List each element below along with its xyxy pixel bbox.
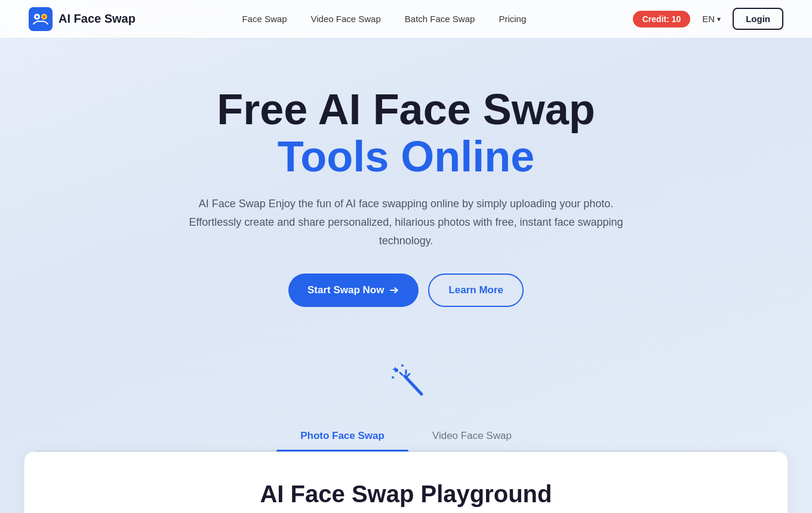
nav-pricing[interactable]: Pricing [489,9,536,29]
chevron-down-icon: ▾ [717,15,721,23]
hero-description: AI Face Swap Enjoy the fun of AI face sw… [179,195,633,250]
tab-video-face-swap[interactable]: Video Face Swap [408,422,536,450]
hero-heading: Free AI Face Swap Tools Online [12,86,800,180]
svg-point-4 [43,16,45,18]
hero-section: Free AI Face Swap Tools Online AI Face S… [0,38,812,331]
navbar: AI Face Swap Face Swap Video Face Swap B… [0,0,812,38]
learn-more-button[interactable]: Learn More [428,274,524,307]
arrow-right-icon [389,285,399,296]
brand-logo-area[interactable]: AI Face Swap [29,7,136,31]
hero-buttons: Start Swap Now Learn More [12,274,800,307]
start-swap-button[interactable]: Start Swap Now [288,274,419,307]
svg-point-6 [401,364,404,367]
lang-selector[interactable]: EN ▾ [697,10,725,27]
svg-line-8 [405,376,422,394]
nav-video-face-swap[interactable]: Video Face Swap [302,9,390,29]
login-button[interactable]: Login [733,8,783,30]
brand-icon [29,7,53,31]
lang-label: EN [702,14,715,24]
start-swap-label: Start Swap Now [307,284,384,296]
brand-name: AI Face Swap [59,12,136,26]
tab-photo-face-swap[interactable]: Photo Face Swap [276,422,408,450]
playground-title: AI Face Swap Playground [48,481,764,508]
svg-point-3 [36,16,38,18]
main-nav: Face Swap Video Face Swap Batch Face Swa… [232,9,536,29]
nav-face-swap[interactable]: Face Swap [232,9,296,29]
magic-wand-icon [385,360,427,403]
credit-badge[interactable]: Credit: 10 [633,11,691,27]
hero-title-line1: Free AI Face Swap [12,86,800,133]
navbar-actions: Credit: 10 EN ▾ Login [633,8,783,30]
hero-title-line2: Tools Online [12,133,800,180]
playground-section: AI Face Swap Playground Just upload Orgi… [24,451,788,513]
nav-batch-face-swap[interactable]: Batch Face Swap [395,9,485,29]
magic-icon-area [0,360,812,403]
tabs-container: Photo Face Swap Video Face Swap [36,422,776,451]
svg-point-7 [392,376,394,379]
svg-rect-0 [29,7,53,31]
